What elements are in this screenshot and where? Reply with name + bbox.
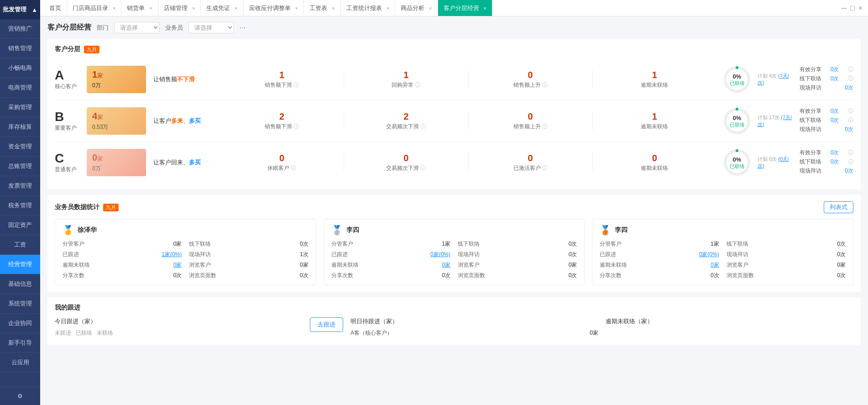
tab-close-sales-order[interactable]: × [149, 5, 152, 11]
tab-payroll[interactable]: 工资表 × [304, 0, 340, 16]
tab-customer-tier[interactable]: 客户分层经营 × [438, 0, 492, 16]
sidebar-settings[interactable]: ⚙ [0, 387, 40, 405]
tab-close-store-products[interactable]: × [113, 5, 115, 11]
sidebar-item-sales[interactable]: 销售管理 [0, 39, 40, 58]
info-icon-crs0[interactable]: ⓘ [848, 149, 853, 157]
info-icon-brs1[interactable]: ⓘ [848, 116, 853, 124]
tab-payroll-report[interactable]: 工资统计报表 × [341, 0, 395, 16]
tier-b-stat-1[interactable]: 2 交易频次下滑 ⓘ [344, 111, 468, 131]
sidebar-item-ecom[interactable]: 电商管理 [0, 78, 40, 98]
tab-close-all-icon[interactable]: × [858, 4, 863, 12]
info-icon-c1[interactable]: ⓘ [420, 164, 426, 172]
info-icon-b2[interactable]: ⓘ [542, 123, 548, 131]
tab-minimize-icon[interactable]: ─ [842, 4, 847, 12]
customer-tier-month: 九月 [84, 46, 99, 53]
followup-header: 我的跟进 [55, 304, 853, 312]
tab-close-ar-ap[interactable]: × [295, 5, 298, 11]
tier-c-stat-1[interactable]: 0 交易频次下滑 ⓘ [344, 153, 468, 172]
sidebar-item-system[interactable]: 系统管理 [0, 294, 40, 314]
sidebar-item-cloud[interactable]: 云应用 [0, 353, 40, 373]
tier-c-count-block[interactable]: 0家 0万 [87, 149, 146, 176]
more-filter-btn[interactable]: ··· [240, 24, 246, 32]
customer-tier-title: 客户分层 [55, 45, 80, 53]
sidebar-item-salary[interactable]: 工资 [0, 235, 40, 255]
tier-b-stat-3[interactable]: 1 逾期未联络 [593, 111, 716, 131]
tab-close-store-mgmt[interactable]: × [192, 5, 195, 11]
tab-close-payroll-report[interactable]: × [387, 5, 389, 11]
tier-c-stat-3[interactable]: 0 逾期未联络 [593, 153, 716, 172]
sp-followed-0[interactable]: 1家(0%) [162, 251, 182, 258]
info-icon-a1[interactable]: ⓘ [415, 81, 420, 89]
tab-close-product-analysis[interactable]: × [429, 5, 432, 11]
info-icon-a2[interactable]: ⓘ [542, 81, 548, 89]
tier-c-stat-0[interactable]: 0 休眠客户 ⓘ [220, 153, 344, 172]
tier-a-count-block[interactable]: 1家 0万 [87, 66, 146, 93]
sp-overdue-0[interactable]: 0家 [173, 261, 182, 269]
tab-ar-ap[interactable]: 应收应付调整单 × [244, 0, 304, 16]
info-icon-a0[interactable]: ⓘ [293, 81, 299, 89]
tab-home[interactable]: 首页 [44, 0, 67, 16]
tier-b-stat-2[interactable]: 0 销售额上升 ⓘ [469, 111, 593, 131]
sp-followed-2[interactable]: 0家(0%) [699, 251, 719, 258]
tier-a-right-stats: 有效分享0次ⓘ 线下联络0次ⓘ 现场拜访0次 [794, 66, 853, 93]
goto-followup-button[interactable]: 去跟进 [310, 317, 343, 332]
tier-c-stat-2[interactable]: 0 已激活客户 ⓘ [469, 153, 593, 172]
sales-select[interactable]: 请选择 [188, 22, 234, 33]
tier-b-count-block[interactable]: 4家 0.53万 [87, 107, 146, 135]
followup-tomorrow: 明日待跟进（家） A客（核心客户） 0家 [350, 317, 598, 339]
tab-close-payroll[interactable]: × [332, 5, 335, 11]
sidebar-header[interactable]: 批发管理 ▲ [0, 0, 40, 19]
tier-c-name: 普通客户 [55, 166, 87, 174]
tier-c-plan-link[interactable]: (0天/次) [758, 156, 789, 168]
tier-a-plan-link[interactable]: (7天/次) [758, 73, 789, 85]
sidebar-item-finance[interactable]: 资金管理 [0, 137, 40, 157]
tier-a-name: 核心客户 [55, 83, 87, 90]
tab-sales-order[interactable]: 销货单 × [121, 0, 158, 16]
sidebar-item-guide[interactable]: 新手引导 [0, 333, 40, 353]
sp-followed-1[interactable]: 0家(0%) [430, 251, 450, 258]
followup-overdue: 逾期未联络（家） [606, 317, 853, 329]
info-icon-ars0[interactable]: ⓘ [848, 66, 853, 74]
sidebar-item-ecom-small[interactable]: 小畅电商 [0, 58, 40, 78]
sidebar-item-assets[interactable]: 固定资产 [0, 216, 40, 235]
tab-voucher[interactable]: 生成凭证 × [201, 0, 243, 16]
dept-select[interactable]: 请选择 [114, 22, 160, 33]
sidebar-item-management[interactable]: 经营管理 [0, 255, 40, 274]
sidebar-item-purchase[interactable]: 采购管理 [0, 98, 40, 117]
info-icon-crs1[interactable]: ⓘ [848, 158, 853, 166]
info-icon-brs0[interactable]: ⓘ [848, 107, 853, 115]
tab-close-voucher[interactable]: × [235, 5, 237, 11]
sidebar-item-tax[interactable]: 税务管理 [0, 196, 40, 216]
sidebar-item-ledger[interactable]: 总账管理 [0, 157, 40, 176]
tab-close-customer-tier[interactable]: × [484, 5, 486, 11]
sp-overdue-1[interactable]: 0家 [442, 261, 450, 269]
tier-a-stat-2[interactable]: 0 销售额上升 ⓘ [469, 70, 593, 89]
tier-a-stat-1[interactable]: 1 回购异常 ⓘ [344, 70, 468, 89]
sidebar-item-inventory[interactable]: 库存核算 [0, 117, 40, 137]
tab-store-mgmt[interactable]: 店铺管理 × [158, 0, 201, 16]
sp-stat-0-0: 分管客户 0家 [63, 240, 182, 248]
tab-store-products[interactable]: 门店商品目录 × [67, 0, 121, 16]
info-icon-b0[interactable]: ⓘ [293, 123, 299, 131]
tier-a-label: A 核心客户 [55, 69, 87, 90]
info-icon-ars1[interactable]: ⓘ [848, 75, 853, 83]
tier-a-stat-0[interactable]: 1 销售额下滑 ⓘ [220, 70, 344, 89]
sidebar-item-basic[interactable]: 基础信息 [0, 274, 40, 294]
info-icon-b1[interactable]: ⓘ [420, 123, 426, 131]
sidebar-collapse-icon[interactable]: ▲ [31, 6, 37, 13]
dept-label: 部门 [97, 24, 109, 32]
sidebar-item-yingxiao[interactable]: 营销推广 [0, 19, 40, 39]
sidebar-item-collab[interactable]: 企业协同 [0, 314, 40, 333]
info-icon-c0[interactable]: ⓘ [291, 164, 296, 172]
tier-b-plan-link[interactable]: (7天/次) [758, 115, 792, 127]
sidebar-item-invoice[interactable]: 发票管理 [0, 176, 40, 196]
list-view-button[interactable]: 列表式 [824, 201, 853, 213]
tier-a-stat-3[interactable]: 1 逾期未联络 [593, 70, 716, 89]
tier-b-stat-0[interactable]: 2 销售额下滑 ⓘ [220, 111, 344, 131]
tab-product-analysis[interactable]: 商品分析 × [395, 0, 438, 16]
tab-maximize-icon[interactable]: □ [850, 4, 855, 12]
info-icon-c2[interactable]: ⓘ [542, 164, 548, 172]
sp-overdue-2[interactable]: 0家 [711, 261, 719, 269]
sp-medal-1: 🥈 [331, 225, 343, 236]
tier-c-suggestion: 让客户回来、多买 [153, 158, 213, 167]
